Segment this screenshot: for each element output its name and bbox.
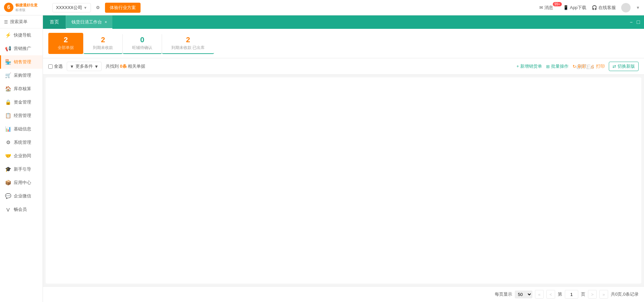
quick-nav-label: 快捷导航 <box>14 32 31 38</box>
online-service-button[interactable]: 🎧 在线客服 <box>592 5 616 11</box>
app-download-button[interactable]: 📱 App下载 <box>563 5 586 11</box>
sidebar-item-wechat[interactable]: 💬 企业微信 <box>0 189 43 203</box>
stat-card-overdue[interactable]: 2 到期未收款 <box>84 33 122 54</box>
newbie-label: 新手引导 <box>14 166 31 172</box>
enterprise-label: 企业协同 <box>14 153 31 159</box>
table-area <box>46 77 641 284</box>
stat-card-wangpu[interactable]: 0 旺辅待确认 <box>123 33 162 54</box>
service-icon: 🎧 <box>592 5 597 10</box>
enterprise-icon: 🤝 <box>5 153 11 159</box>
sales-label: 销售管理 <box>14 59 31 65</box>
batch-operation-button[interactable]: ⊞ 批量操作 <box>546 63 569 69</box>
refresh-icon: ↻ <box>573 64 576 69</box>
stat-card-shipped[interactable]: 2 到期未收款 已出库 <box>162 33 214 54</box>
stat-number-all: 2 <box>58 36 74 44</box>
total-records: 共0页,0条记录 <box>611 291 639 297</box>
filter-label: 更多条件 <box>75 63 93 69</box>
basic-icon: 📊 <box>5 126 11 132</box>
settings-button[interactable]: ⚙ <box>94 3 102 12</box>
avatar[interactable] <box>621 3 631 12</box>
logo-title: 畅捷通好生意 <box>15 3 38 7</box>
sidebar-item-finance[interactable]: 🔒 资金管理 <box>0 96 43 109</box>
last-page-button[interactable]: » <box>599 290 608 299</box>
stat-label-overdue: 到期未收款 <box>93 45 113 51</box>
prev-page-icon: < <box>549 292 552 297</box>
sidebar-search[interactable]: ☰ 搜索菜单 <box>0 15 43 28</box>
purchase-label: 采购管理 <box>14 72 31 78</box>
tab-bar: 首页 钱货日清工作台 × － □ <box>43 15 644 29</box>
stat-number-shipped: 2 <box>171 36 205 44</box>
print-button[interactable]: 🖨 打印 <box>590 63 605 69</box>
found-text: 共找到 0条 相关单据 <box>106 63 145 69</box>
sidebar-item-quick-nav[interactable]: ⚡ 快捷导航 <box>0 28 43 42</box>
top-header: 6 畅捷通好生意 标准版 XXXXXX公司 ▼ ⚙ 体验行业方案 ✉ 消息 99… <box>0 0 644 15</box>
sidebar-item-enterprise[interactable]: 🤝 企业协同 <box>0 149 43 163</box>
company-selector[interactable]: XXXXXX公司 ▼ <box>52 3 91 12</box>
sidebar-item-sales[interactable]: 🏪 销售管理 <box>0 55 43 69</box>
checkbox-input[interactable] <box>48 64 53 69</box>
found-count: 0条 <box>120 64 126 69</box>
stat-number-overdue: 2 <box>93 36 113 44</box>
first-page-icon: « <box>538 292 540 297</box>
gear-icon: ⚙ <box>96 5 100 10</box>
company-name: XXXXXX公司 <box>56 5 82 11</box>
try-industry-button[interactable]: 体验行业方案 <box>105 3 141 13</box>
sidebar-item-newbie[interactable]: 🎓 新手引导 <box>0 163 43 176</box>
message-button[interactable]: ✉ 消息 99+ <box>539 5 558 11</box>
sidebar-item-appstore[interactable]: 📦 应用中心 <box>0 176 43 189</box>
switch-version-button[interactable]: ⇄ 切换新版 <box>609 62 639 71</box>
tab-bar-right: － □ <box>627 15 644 29</box>
marketing-label: 营销推广 <box>14 46 31 52</box>
sidebar: ☰ 搜索菜单 ⚡ 快捷导航 📢 营销推广 🏪 销售管理 🛒 采购管理 🏠 库存核… <box>0 15 43 302</box>
logo-subtitle: 标准版 <box>15 8 38 12</box>
maximize-icon[interactable]: □ <box>635 18 641 26</box>
refresh-button[interactable]: ↻ 刷新 <box>573 63 586 69</box>
sidebar-item-member[interactable]: V 畅会员 <box>0 203 43 216</box>
switch-icon: ⇄ <box>612 64 616 69</box>
last-page-icon: » <box>602 292 605 297</box>
sales-icon: 🏪 <box>5 59 11 65</box>
inventory-icon: 🏠 <box>5 86 11 92</box>
stat-label-wangpu: 旺辅待确认 <box>132 45 152 51</box>
newbie-icon: 🎓 <box>5 166 11 172</box>
page-size-select[interactable]: 50 10 20 100 <box>515 291 532 298</box>
toolbar-left: 全选 ▼ 更多条件 ▼ 共找到 0条 相关单据 <box>48 62 513 71</box>
wechat-label: 企业微信 <box>14 193 31 199</box>
sidebar-item-purchase[interactable]: 🛒 采购管理 <box>0 69 43 82</box>
operations-icon: 📋 <box>5 113 11 119</box>
page-suffix: 页 <box>581 291 585 297</box>
system-icon: ⚙ <box>5 139 11 145</box>
sidebar-item-marketing[interactable]: 📢 营销推广 <box>0 42 43 55</box>
prev-page-button[interactable]: < <box>546 290 555 299</box>
first-page-button[interactable]: « <box>535 290 544 299</box>
purchase-icon: 🛒 <box>5 72 11 78</box>
member-icon: V <box>5 207 11 213</box>
sidebar-item-basic[interactable]: 📊 基础信息 <box>0 122 43 136</box>
wechat-icon: 💬 <box>5 193 11 199</box>
tab-home[interactable]: 首页 <box>43 15 66 29</box>
company-chevron-icon: ▼ <box>84 6 87 10</box>
tab-close-icon[interactable]: × <box>105 20 107 24</box>
message-icon: ✉ <box>539 5 543 10</box>
select-all-checkbox[interactable]: 全选 <box>48 63 63 69</box>
add-sales-order-button[interactable]: + 新增销货单 <box>517 63 542 69</box>
filter-button[interactable]: ▼ 更多条件 ▼ <box>67 62 102 71</box>
next-page-button[interactable]: > <box>588 290 597 299</box>
main-layout: ☰ 搜索菜单 ⚡ 快捷导航 📢 营销推广 🏪 销售管理 🛒 采购管理 🏠 库存核… <box>0 15 644 302</box>
page-number-input[interactable] <box>565 290 578 299</box>
stat-card-all[interactable]: 2 全部单据 <box>48 33 83 54</box>
minimize-icon[interactable]: － <box>627 17 635 27</box>
quick-nav-icon: ⚡ <box>5 32 11 38</box>
filter-icon: ▼ <box>70 64 74 69</box>
select-all-label: 全选 <box>54 63 63 69</box>
member-label: 畅会员 <box>14 206 27 213</box>
sidebar-item-inventory[interactable]: 🏠 库存核算 <box>0 82 43 96</box>
download-icon: 📱 <box>563 5 569 10</box>
sidebar-item-operations[interactable]: 📋 经营管理 <box>0 109 43 122</box>
appstore-icon: 📦 <box>5 180 11 186</box>
sidebar-item-system[interactable]: ⚙ 系统管理 <box>0 136 43 149</box>
message-badge: 99+ <box>553 2 562 6</box>
tab-current[interactable]: 钱货日清工作台 × <box>66 15 112 29</box>
pagination-bar: 每页显示 50 10 20 100 « < 第 页 > <box>43 286 644 302</box>
user-name[interactable]: ▼ <box>636 5 640 10</box>
